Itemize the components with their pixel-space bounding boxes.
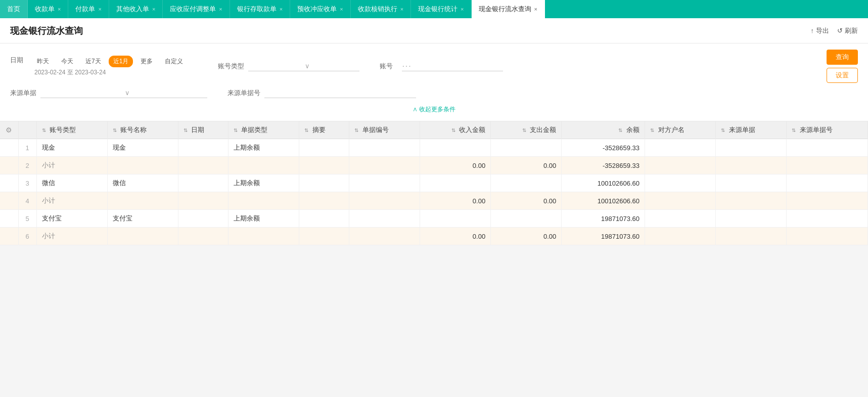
close-icon[interactable]: × [534, 6, 537, 12]
data-table: ⚙ ⇅ 账号类型 ⇅ 账号名称 ⇅ 日期 ⇅ 单据类型 [0, 121, 868, 245]
col-account-type[interactable]: ⇅ 账号类型 [36, 121, 107, 139]
date-range-display: 2023-02-24 至 2023-03-24 [34, 68, 188, 77]
source-doc-no-filter: 来源单据号 [227, 88, 416, 98]
source-doc-label: 来源单据 [10, 89, 36, 98]
col-summary[interactable]: ⇅ 摘要 [299, 121, 349, 139]
close-icon[interactable]: × [219, 6, 222, 12]
row-number: 3 [18, 174, 36, 192]
cell-counterpart [645, 228, 715, 245]
query-button[interactable]: 查询 [827, 50, 858, 65]
cell-income [420, 139, 491, 157]
account-type-select[interactable]: ∨ [248, 61, 359, 71]
cell-source-doc [716, 174, 787, 192]
cell-date [178, 174, 228, 192]
date-btn-7days[interactable]: 近7天 [81, 56, 106, 67]
cell-doc-no [349, 192, 420, 210]
row-gear [0, 192, 18, 210]
col-doc-no[interactable]: ⇅ 单据编号 [349, 121, 420, 139]
gear-icon[interactable]: ⚙ [6, 126, 12, 134]
refresh-icon: ↺ [837, 27, 843, 34]
col-source-doc-no[interactable]: ⇅ 来源单据号 [787, 121, 868, 139]
cell-balance: 19871073.60 [562, 210, 645, 228]
col-account-name[interactable]: ⇅ 账号名称 [107, 121, 178, 139]
date-btn-more[interactable]: 更多 [136, 56, 157, 67]
nav-item-receipts[interactable]: 收款单 × [28, 0, 68, 18]
cell-doc-no [349, 228, 420, 245]
close-icon[interactable]: × [280, 6, 283, 12]
nav-item-ar-ap-adjust[interactable]: 应收应付调整单 × [163, 0, 230, 18]
chevron-down-icon: ∨ [305, 62, 356, 70]
cell-expense: 0.00 [491, 192, 562, 210]
row-number: 1 [18, 139, 36, 157]
account-filter: 账号 ··· [380, 62, 503, 71]
date-btn-yesterday[interactable]: 昨天 [32, 56, 54, 67]
close-icon[interactable]: × [98, 6, 101, 12]
source-doc-select[interactable]: ∨ [40, 88, 207, 98]
col-income[interactable]: ⇅ 收入金额 [420, 121, 491, 139]
account-type-label: 账号类型 [218, 62, 244, 71]
col-source-doc[interactable]: ⇅ 来源单据 [716, 121, 787, 139]
table-row: 5 支付宝 支付宝 上期余额 19871073.60 [0, 210, 868, 228]
close-icon[interactable]: × [400, 6, 403, 12]
gear-col-header: ⚙ [0, 121, 18, 139]
filter-row-2: 来源单据 ∨ 来源单据号 [10, 88, 858, 98]
cell-counterpart [645, 139, 715, 157]
col-doc-type[interactable]: ⇅ 单据类型 [228, 121, 299, 139]
cell-doc-type [228, 228, 299, 245]
cell-income [420, 174, 491, 192]
close-icon[interactable]: × [461, 6, 464, 12]
row-number: 2 [18, 157, 36, 174]
page-header: 现金银行流水查询 ↑ 导出 ↺ 刷新 [0, 18, 868, 43]
cell-balance: -3528659.33 [562, 157, 645, 174]
collapse-bar[interactable]: ∧ 收起更多条件 [10, 103, 858, 118]
nav-item-collection-exec[interactable]: 收款核销执行 × [351, 0, 411, 18]
col-expense[interactable]: ⇅ 支出金额 [491, 121, 562, 139]
nav-item-payments[interactable]: 付款单 × [68, 0, 109, 18]
close-icon[interactable]: × [340, 6, 343, 12]
table-row: 2 小计 0.00 0.00 -3528659.33 [0, 157, 868, 174]
cell-doc-no [349, 210, 420, 228]
nav-item-home[interactable]: 首页 [0, 0, 28, 18]
cell-summary [299, 210, 349, 228]
nav-item-bank-deposit[interactable]: 银行存取款单 × [230, 0, 290, 18]
nav-item-advance-offset[interactable]: 预收冲应收单 × [290, 0, 350, 18]
col-date[interactable]: ⇅ 日期 [178, 121, 228, 139]
settings-button[interactable]: 设置 [827, 68, 858, 83]
cell-source-doc-no [787, 210, 868, 228]
col-balance[interactable]: ⇅ 余额 [562, 121, 645, 139]
cell-source-doc [716, 210, 787, 228]
cell-doc-type: 上期余额 [228, 139, 299, 157]
cell-income [420, 210, 491, 228]
row-gear [0, 228, 18, 245]
sort-icon: ⇅ [650, 127, 654, 133]
cell-source-doc-no [787, 174, 868, 192]
date-btn-1month[interactable]: 近1月 [109, 56, 133, 67]
refresh-button[interactable]: ↺ 刷新 [837, 26, 858, 35]
date-btn-custom[interactable]: 自定义 [160, 56, 188, 67]
source-doc-no-input[interactable] [264, 88, 416, 98]
table-row: 4 小计 0.00 0.00 100102606.60 [0, 192, 868, 210]
close-icon[interactable]: × [152, 6, 155, 12]
col-counterpart[interactable]: ⇅ 对方户名 [645, 121, 715, 139]
col-row-num [18, 121, 36, 139]
close-icon[interactable]: × [58, 6, 61, 12]
cell-doc-type: 上期余额 [228, 210, 299, 228]
nav-item-cash-bank-flow[interactable]: 现金银行流水查询 × [472, 0, 545, 18]
cell-counterpart [645, 157, 715, 174]
cell-income: 0.00 [420, 157, 491, 174]
cell-balance: 19871073.60 [562, 228, 645, 245]
account-type-filter: 账号类型 ∨ [218, 61, 359, 71]
cell-expense [491, 210, 562, 228]
sort-icon: ⇅ [792, 127, 796, 133]
cell-account-type: 小计 [36, 192, 107, 210]
export-button[interactable]: ↑ 导出 [811, 26, 830, 35]
cell-doc-no [349, 174, 420, 192]
date-btn-today[interactable]: 今天 [57, 56, 78, 67]
page-title: 现金银行流水查询 [10, 25, 83, 37]
cell-expense [491, 139, 562, 157]
ellipsis-button[interactable]: ··· [402, 62, 412, 71]
nav-item-other-income[interactable]: 其他收入单 × [109, 0, 163, 18]
table-container: ⚙ ⇅ 账号类型 ⇅ 账号名称 ⇅ 日期 ⇅ 单据类型 [0, 121, 868, 245]
nav-item-cash-bank-stats[interactable]: 现金银行统计 × [411, 0, 471, 18]
cell-expense [491, 174, 562, 192]
